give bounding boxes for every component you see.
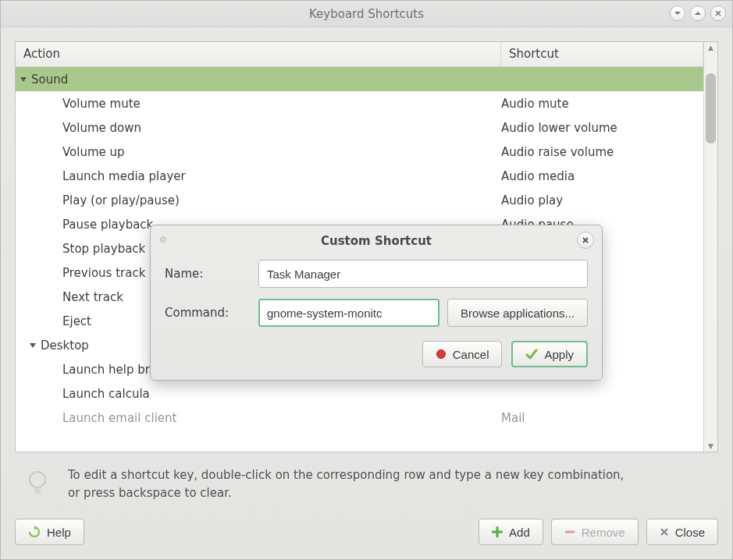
browse-applications-button[interactable]: Browse applications...: [447, 299, 588, 327]
plus-icon: [492, 526, 503, 537]
x-icon: [660, 527, 669, 537]
dialog-indicator-icon: [160, 236, 166, 243]
apply-button[interactable]: Apply: [511, 341, 588, 367]
cancel-button[interactable]: Cancel: [422, 341, 503, 367]
titlebar: Keyboard Shortcuts: [1, 1, 732, 27]
browse-label: Browse applications...: [461, 307, 575, 320]
help-label: Help: [47, 526, 71, 539]
category-label: Sound: [31, 73, 68, 87]
action-cell: Launch calcula: [16, 387, 501, 401]
close-window-button[interactable]: Close: [646, 519, 718, 545]
minus-icon: [564, 526, 575, 537]
table-row[interactable]: Volume up Audio raise volume: [16, 140, 703, 164]
footer: Help Add Remove Close: [15, 516, 718, 550]
category-sound[interactable]: Sound: [16, 67, 703, 91]
close-label: Close: [675, 526, 705, 539]
cancel-label: Cancel: [453, 348, 489, 361]
custom-shortcut-dialog: Custom Shortcut Name: Command: Browse ap…: [150, 225, 603, 381]
table-header: Action Shortcut: [16, 42, 703, 67]
check-icon: [525, 348, 538, 360]
dialog-title: Custom Shortcut: [321, 234, 432, 248]
svg-point-0: [30, 472, 45, 487]
scroll-up-icon[interactable]: ▲: [704, 42, 717, 53]
action-cell: Launch media player: [16, 169, 501, 183]
name-label: Name:: [165, 267, 251, 281]
lightbulb-icon: [24, 467, 51, 502]
shortcut-cell: Audio play: [501, 193, 703, 207]
window-title: Keyboard Shortcuts: [309, 7, 424, 21]
action-cell: Volume up: [16, 145, 501, 159]
shortcut-cell: Audio raise volume: [501, 145, 703, 159]
table-row[interactable]: Play (or play/pause) Audio play: [16, 188, 703, 212]
maximize-button[interactable]: [690, 5, 706, 21]
stop-icon: [436, 349, 447, 360]
close-button[interactable]: [710, 5, 726, 21]
dialog-titlebar: Custom Shortcut: [151, 225, 602, 257]
scrollbar-thumb[interactable]: [706, 73, 716, 144]
command-label: Command:: [165, 306, 251, 320]
dialog-actions: Cancel Apply: [151, 327, 602, 367]
dialog-form: Name: Command: Browse applications...: [151, 257, 602, 327]
action-cell: Volume mute: [16, 97, 501, 111]
table-row[interactable]: Launch email client Mail: [16, 406, 703, 430]
action-cell: Play (or play/pause): [16, 193, 501, 207]
shortcut-cell: Audio lower volume: [501, 121, 703, 135]
chevron-down-icon: [30, 343, 36, 348]
add-button[interactable]: Add: [479, 519, 543, 545]
refresh-icon: [28, 526, 41, 538]
hint-text: To edit a shortcut key, double-click on …: [68, 466, 630, 502]
category-label: Desktop: [41, 338, 89, 353]
table-row[interactable]: Launch media player Audio media: [16, 164, 703, 188]
hint-bar: To edit a shortcut key, double-click on …: [15, 462, 718, 506]
command-input[interactable]: [258, 299, 439, 327]
dialog-close-button[interactable]: [577, 232, 594, 249]
scroll-down-icon[interactable]: ▼: [704, 441, 717, 452]
apply-label: Apply: [544, 348, 574, 361]
table-row[interactable]: Launch calcula: [16, 381, 703, 406]
chevron-down-icon: [20, 77, 27, 82]
remove-button: Remove: [551, 519, 639, 545]
help-button[interactable]: Help: [15, 519, 84, 545]
shortcut-cell: Mail: [501, 411, 703, 425]
remove-label: Remove: [582, 526, 625, 539]
column-action[interactable]: Action: [16, 42, 501, 66]
name-input[interactable]: [258, 260, 588, 288]
action-cell: Volume down: [16, 121, 501, 135]
table-row[interactable]: Volume down Audio lower volume: [16, 115, 703, 140]
svg-point-2: [436, 350, 445, 359]
svg-rect-1: [34, 487, 41, 494]
column-shortcut[interactable]: Shortcut: [501, 42, 703, 66]
minimize-button[interactable]: [670, 5, 685, 21]
window-controls: [670, 5, 726, 21]
add-label: Add: [509, 526, 530, 539]
action-cell: Launch email client: [16, 411, 501, 425]
shortcut-cell: Audio mute: [501, 97, 703, 111]
shortcut-cell: Audio media: [501, 169, 703, 183]
scrollbar[interactable]: ▲ ▼: [703, 42, 717, 452]
table-row[interactable]: Volume mute Audio mute: [16, 91, 703, 115]
